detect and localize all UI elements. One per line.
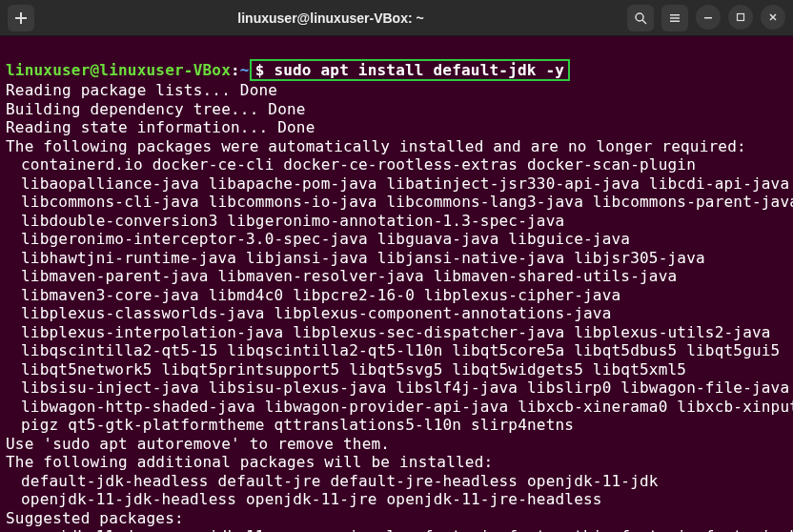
minimize-button[interactable] [696, 5, 721, 30]
output-line: libwagon-http-shaded-java libwagon-provi… [6, 398, 787, 417]
new-tab-button[interactable] [8, 5, 34, 31]
output-line: Building dependency tree... Done [6, 100, 306, 118]
output-line: Reading package lists... Done [6, 81, 277, 99]
output-line: libcommons-cli-java libcommons-io-java l… [6, 193, 787, 212]
svg-line-3 [642, 20, 646, 24]
output-line: libplexus-classworlds-java libplexus-com… [6, 304, 787, 323]
output-line: libhawtjni-runtime-java libjansi-java li… [6, 249, 787, 268]
svg-rect-6 [670, 20, 680, 22]
close-button[interactable] [761, 5, 785, 30]
prompt-colon: : [231, 61, 240, 79]
output-line: libplexus-interpolation-java libplexus-s… [6, 323, 787, 342]
command-highlight: $ sudo apt install default-jdk -y [250, 59, 571, 82]
output-line: containerd.io docker-ce-cli docker-ce-ro… [6, 155, 787, 174]
output-line: libaopalliance-java libapache-pom-java l… [6, 174, 787, 194]
output-line: The following additional packages will b… [6, 453, 493, 471]
svg-rect-7 [704, 17, 712, 19]
terminal-viewport[interactable]: linuxuser@linuxuser-VBox:~$ sudo apt ins… [0, 36, 793, 532]
output-line: openjdk-11-demo openjdk-11-source visual… [6, 527, 787, 532]
output-line: libgeronimo-interceptor-3.0-spec-java li… [6, 230, 787, 249]
maximize-button[interactable] [728, 5, 753, 30]
output-line: openjdk-11-jdk-headless openjdk-11-jre o… [6, 490, 787, 509]
output-line: libmaven-parent-java libmaven-resolver-j… [6, 267, 787, 286]
svg-rect-5 [670, 17, 680, 19]
svg-rect-1 [15, 17, 27, 19]
titlebar: linuxuser@linuxuser-VBox: ~ [0, 0, 793, 36]
prompt-user-host: linuxuser@linuxuser-VBox [6, 61, 231, 79]
window-title: linuxuser@linuxuser-VBox: ~ [42, 10, 620, 26]
prompt-symbol: $ [255, 61, 265, 79]
svg-rect-8 [738, 13, 744, 20]
prompt-path: ~ [240, 61, 250, 79]
output-line: pigz qt5-gtk-platformtheme qttranslation… [6, 416, 787, 435]
search-button[interactable] [627, 5, 654, 31]
svg-point-2 [636, 13, 643, 21]
output-line: libqscintilla2-qt5-15 libqscintilla2-qt5… [6, 341, 787, 360]
svg-rect-4 [670, 14, 680, 16]
output-line: libqt5network5 libqt5printsupport5 libqt… [6, 360, 787, 379]
output-line: Reading state information... Done [6, 118, 315, 136]
command-text: sudo apt install default-jdk -y [274, 61, 564, 79]
prompt-line: linuxuser@linuxuser-VBox:~$ sudo apt ins… [6, 61, 570, 79]
output-line: libmaven3-core-java libmd4c0 libpcre2-16… [6, 286, 787, 305]
output-line: libsisu-inject-java libsisu-plexus-java … [6, 379, 787, 398]
output-line: Suggested packages: [6, 509, 184, 527]
menu-button[interactable] [661, 5, 688, 31]
output-line: libdouble-conversion3 libgeronimo-annota… [6, 212, 787, 231]
output-line: default-jdk-headless default-jre default… [6, 472, 787, 491]
output-line: Use 'sudo apt autoremove' to remove them… [6, 435, 390, 453]
output-line: The following packages were automaticall… [6, 137, 746, 155]
